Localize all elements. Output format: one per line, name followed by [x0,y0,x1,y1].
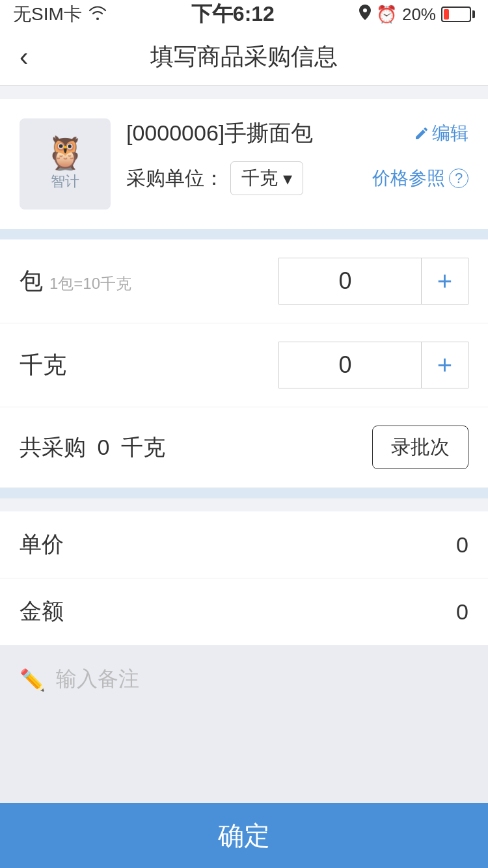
product-image: 🦉 智计 [20,118,111,210]
summary-amount: 0 [97,435,109,459]
divider-1 [0,229,488,239]
summary-prefix: 共采购 [20,435,86,459]
amount-row: 金额 0 [0,578,488,645]
location-icon [359,5,371,25]
unit-dropdown-icon: ▾ [283,168,292,189]
kg-input-group: + [278,342,468,388]
bao-label-group: 包 1包=10千克 [20,265,131,297]
kg-input-row: 千克 + [0,323,488,407]
product-card: 🦉 智计 [0000006]手撕面包 编辑 采购单位： 千克 ▾ 价格参照 ? [0,99,488,229]
bao-plus-button[interactable]: + [422,258,468,305]
status-right: ⏰ 20% [359,5,475,25]
page-title: 填写商品采购信息 [150,41,338,73]
product-info: [0000006]手撕面包 编辑 采购单位： 千克 ▾ 价格参照 ? [126,118,468,195]
product-unit-row: 采购单位： 千克 ▾ 价格参照 ? [126,161,468,195]
amount-label: 金额 [20,597,64,627]
unit-price-label: 单价 [20,530,64,560]
unit-price-value: 0 [456,532,468,558]
price-ref-button[interactable]: 价格参照 ? [372,166,468,191]
battery-icon [441,7,475,22]
summary-row: 共采购 0 千克 录批次 [0,407,488,488]
kg-input[interactable] [278,342,422,388]
alarm-icon: ⏰ [376,5,397,25]
kg-label-group: 千克 [20,349,66,381]
note-placeholder: 输入备注 [56,665,139,694]
price-ref-question-icon: ? [449,169,468,188]
price-section: 单价 0 金额 0 [0,511,488,645]
status-time: 下午6:12 [191,0,275,29]
product-owl-icon: 🦉 [45,137,85,169]
unit-value: 千克 [241,166,278,191]
bao-input-row: 包 1包=10千克 + [0,239,488,323]
edit-button[interactable]: 编辑 [414,121,468,146]
kg-plus-button[interactable]: + [422,342,468,388]
unit-price-row: 单价 0 [0,511,488,578]
nav-bar: ‹ 填写商品采购信息 [0,29,488,86]
unit-select[interactable]: 千克 ▾ [230,161,303,195]
back-button[interactable]: ‹ [20,42,28,72]
battery-percent: 20% [402,5,436,25]
batch-button[interactable]: 录批次 [372,426,468,469]
unit-prefix-label: 采购单位： [126,165,224,192]
amount-value: 0 [456,599,468,625]
product-name: [0000006]手撕面包 [126,118,313,148]
status-bar: 无SIM卡 下午6:12 ⏰ 20% [0,0,488,29]
bao-label: 包 [20,265,43,297]
pencil-icon: ✏️ [20,668,46,692]
bao-input[interactable] [278,258,422,305]
confirm-button[interactable]: 确定 [0,803,488,868]
edit-label: 编辑 [432,121,468,146]
summary-unit: 千克 [121,435,165,459]
status-left: 无SIM卡 [13,2,107,27]
product-image-label: 智计 [45,172,85,191]
divider-2 [0,488,488,498]
bao-input-group: + [278,258,468,305]
carrier-label: 无SIM卡 [13,2,82,27]
product-name-row: [0000006]手撕面包 编辑 [126,118,468,148]
price-ref-label: 价格参照 [372,166,445,191]
input-section: 包 1包=10千克 + 千克 + [0,239,488,407]
summary-text: 共采购 0 千克 [20,433,165,463]
wifi-icon [88,4,107,25]
kg-label: 千克 [20,349,66,381]
bao-sublabel: 1包=10千克 [49,273,131,294]
